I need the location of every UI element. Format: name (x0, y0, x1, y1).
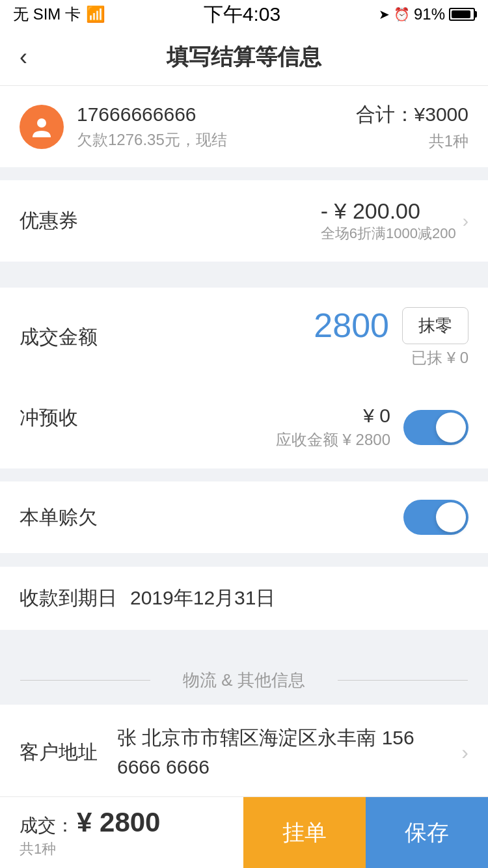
avatar (20, 105, 64, 149)
chevron-right-icon: › (463, 211, 468, 232)
customer-info-section: 17666666666 欠款1276.35元，现结 合计：¥3000 共1种 (0, 86, 488, 167)
logistics-line-right (338, 680, 468, 681)
wifi-icon: 📶 (86, 5, 105, 23)
due-value: 2019年12月31日 (130, 585, 275, 612)
customer-sub: 欠款1276.35元，现结 (77, 129, 227, 150)
status-time: 下午4:03 (204, 1, 280, 28)
content: 17666666666 欠款1276.35元，现结 合计：¥3000 共1种 优… (0, 86, 488, 868)
coupon-discount: - ¥ 200.00 (321, 198, 456, 224)
logistics-title: 物流 & 其他信息 (183, 669, 305, 692)
deal-amount-label: 成交金额 (20, 324, 98, 351)
address-row[interactable]: 客户地址 张 北京市市辖区海淀区永丰南 156 6666 6666 › (0, 705, 488, 800)
customer-phone: 17666666666 (77, 103, 227, 126)
total-amount: 合计：¥3000 (356, 102, 468, 128)
address-value: 张 北京市市辖区海淀区永丰南 156 6666 6666 (117, 723, 455, 781)
customer-left: 17666666666 欠款1276.35元，现结 (20, 103, 227, 150)
back-button[interactable]: ‹ (20, 44, 27, 71)
coupon-right: - ¥ 200.00 全场6折满1000减200 › (321, 198, 468, 243)
total-count: 共1种 (356, 131, 468, 152)
status-right: ➤ ⏰ 91% (379, 5, 475, 23)
logistics-sep (0, 643, 488, 656)
flush-right: ¥ 0 应收金额 ¥ 2800 (276, 405, 468, 450)
coupon-desc: 全场6折满1000减200 (321, 224, 456, 243)
flush-amount-wrap: ¥ 0 应收金额 ¥ 2800 (276, 405, 390, 450)
customer-details: 17666666666 欠款1276.35元，现结 (77, 103, 227, 150)
svg-point-0 (37, 118, 46, 128)
separator-2 (0, 468, 488, 481)
coupon-row[interactable]: 优惠券 - ¥ 200.00 全场6折满1000减200 › (0, 180, 488, 262)
logistics-header: 物流 & 其他信息 (0, 656, 488, 705)
bottom-bar: 成交： ¥ 2800 共1种 挂单 保存 (0, 796, 488, 868)
deal-amount-section: 成交金额 2800 抹零 已抹 ¥ 0 冲预收 ¥ 0 应收金额 ¥ 2800 (0, 288, 488, 468)
status-bar: 无 SIM 卡 📶 下午4:03 ➤ ⏰ 91% (0, 0, 488, 29)
hang-button[interactable]: 挂单 (243, 797, 366, 869)
deal-amount-sub: 已抹 ¥ 0 (314, 347, 468, 368)
due-date-row: 收款到期日 2019年12月31日 (0, 567, 488, 630)
coupon-label: 优惠券 (20, 208, 78, 234)
flush-row: 冲预收 ¥ 0 应收金额 ¥ 2800 (0, 387, 488, 468)
bottom-deal-count: 共1种 (20, 839, 224, 859)
flush-label: 冲预收 (20, 405, 78, 431)
deal-amount-right: 2800 抹零 已抹 ¥ 0 (314, 306, 468, 368)
sim-text: 无 SIM 卡 (13, 4, 81, 25)
separator-1 (0, 275, 488, 288)
deal-amount-row: 成交金额 2800 抹零 已抹 ¥ 0 (0, 288, 488, 387)
save-button[interactable]: 保存 (366, 797, 488, 869)
bottom-left: 成交： ¥ 2800 共1种 (0, 807, 243, 859)
credit-toggle[interactable] (403, 500, 468, 535)
nav-bar: ‹ 填写结算等信息 (0, 29, 488, 86)
customer-right: 合计：¥3000 共1种 (356, 102, 468, 152)
flush-amount: ¥ 0 (276, 405, 390, 427)
coupon-info: - ¥ 200.00 全场6折满1000减200 (321, 198, 456, 243)
bottom-deal-label: 成交： (20, 813, 74, 838)
flush-toggle[interactable] (403, 410, 468, 445)
credit-toggle-knob (436, 502, 466, 532)
status-left: 无 SIM 卡 📶 (13, 4, 105, 25)
deal-amount-value-row: 2800 抹零 (314, 306, 468, 345)
flush-sub: 应收金额 ¥ 2800 (276, 429, 390, 450)
location-icon: ➤ (379, 7, 390, 22)
alarm-icon: ⏰ (394, 7, 410, 22)
address-label: 客户地址 (20, 739, 98, 766)
due-label: 收款到期日 (20, 585, 117, 612)
logistics-line-left (20, 680, 150, 681)
page-title: 填写结算等信息 (167, 42, 321, 72)
bottom-deal-amount: ¥ 2800 (77, 807, 160, 838)
battery-icon (449, 8, 475, 21)
deal-amount-value: 2800 (314, 306, 389, 345)
credit-label: 本单赊欠 (20, 504, 98, 531)
address-chevron-icon: › (461, 740, 468, 765)
round-zero-button[interactable]: 抹零 (402, 307, 468, 344)
toggle-knob (436, 413, 466, 442)
battery-percent: 91% (414, 5, 445, 23)
credit-row: 本单赊欠 (0, 481, 488, 553)
